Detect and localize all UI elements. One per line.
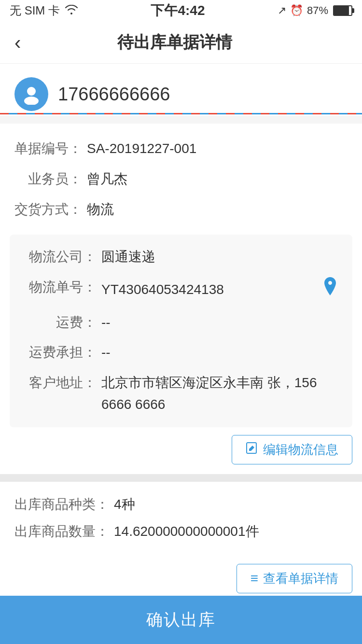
logistics-company-row: 物流公司： 圆通速递 bbox=[24, 246, 338, 268]
freight-bear-label: 运费承担： bbox=[24, 342, 97, 364]
location-icon[interactable] bbox=[322, 277, 338, 303]
document-number-value: SA-20191227-001 bbox=[87, 138, 348, 160]
type-label: 出库商品种类： bbox=[14, 495, 109, 514]
confirm-section: 确认出库 bbox=[0, 596, 362, 644]
quantity-label: 出库商品数量： bbox=[14, 522, 109, 541]
detail-icon: ≡ bbox=[251, 571, 258, 586]
document-number-row: 单据编号： SA-20191227-001 bbox=[14, 138, 348, 160]
document-info: 单据编号： SA-20191227-001 业务员： 曾凡杰 交货方式： 物流 bbox=[0, 124, 362, 235]
freight-label: 运费： bbox=[24, 312, 97, 334]
freight-bear-row: 运费承担： -- bbox=[24, 342, 338, 364]
nav-bar: ‹ 待出库单据详情 bbox=[0, 21, 362, 64]
edit-icon bbox=[246, 442, 258, 458]
delivery-row: 交货方式： 物流 bbox=[14, 199, 348, 221]
logistics-company-value: 圆通速递 bbox=[101, 246, 338, 268]
user-section: 17666666666 bbox=[0, 64, 362, 111]
confirm-button[interactable]: 确认出库 bbox=[0, 596, 362, 644]
section-separator bbox=[0, 474, 362, 482]
svg-point-1 bbox=[24, 97, 39, 105]
agent-label: 业务员： bbox=[14, 168, 82, 190]
status-left: 无 SIM 卡 bbox=[10, 3, 78, 18]
quantity-row: 出库商品数量： 14.620000000000001件 bbox=[14, 522, 348, 541]
delivery-value: 物流 bbox=[87, 199, 348, 221]
wifi-icon bbox=[65, 4, 78, 17]
logistics-company-label: 物流公司： bbox=[24, 246, 97, 268]
status-bar: 无 SIM 卡 下午4:42 ↗ ⏰ 87% bbox=[0, 0, 362, 21]
address-row: 客户地址： 北京市市辖区海淀区永丰南 张，156 6666 6666 bbox=[24, 372, 338, 416]
page-title: 待出库单据详情 bbox=[30, 31, 319, 54]
carrier-text: 无 SIM 卡 bbox=[10, 3, 60, 18]
svg-point-0 bbox=[27, 87, 36, 96]
edit-logistics-label: 编辑物流信息 bbox=[263, 441, 338, 458]
type-value: 4种 bbox=[114, 495, 135, 514]
status-right: ↗ ⏰ 87% bbox=[278, 4, 352, 17]
logistics-tracking-label: 物流单号： bbox=[24, 277, 97, 298]
edit-logistics-section: 编辑物流信息 bbox=[0, 435, 362, 474]
agent-value: 曾凡杰 bbox=[87, 168, 348, 190]
status-time: 下午4:42 bbox=[151, 1, 205, 20]
address-value: 北京市市辖区海淀区永丰南 张，156 6666 6666 bbox=[101, 372, 338, 416]
avatar bbox=[14, 77, 48, 111]
battery-text: 87% bbox=[307, 4, 328, 17]
logistics-card: 物流公司： 圆通速递 物流单号： YT43064053424138 运费： -- bbox=[10, 235, 352, 427]
delivery-label: 交货方式： bbox=[14, 199, 82, 221]
quantity-value: 14.620000000000001件 bbox=[114, 522, 259, 541]
freight-bear-value: -- bbox=[101, 342, 338, 364]
back-button[interactable]: ‹ bbox=[14, 33, 21, 52]
view-detail-label: 查看单据详情 bbox=[263, 570, 338, 587]
logistics-tracking-value: YT43064053424138 bbox=[101, 279, 315, 301]
freight-row: 运费： -- bbox=[24, 312, 338, 334]
user-phone: 17666666666 bbox=[58, 84, 170, 105]
agent-row: 业务员： 曾凡杰 bbox=[14, 168, 348, 190]
edit-logistics-button[interactable]: 编辑物流信息 bbox=[232, 435, 352, 464]
battery-icon bbox=[333, 5, 352, 16]
gps-icon: ↗ bbox=[278, 4, 286, 17]
view-detail-button[interactable]: ≡ 查看单据详情 bbox=[237, 564, 352, 593]
logistics-tracking-row: 物流单号： YT43064053424138 bbox=[24, 277, 338, 303]
freight-value: -- bbox=[101, 312, 338, 334]
address-label: 客户地址： bbox=[24, 372, 97, 394]
type-row: 出库商品种类： 4种 bbox=[14, 495, 348, 514]
dashed-divider bbox=[0, 111, 362, 116]
document-number-label: 单据编号： bbox=[14, 138, 82, 160]
alarm-icon: ⏰ bbox=[290, 4, 303, 17]
stats-section: 出库商品种类： 4种 出库商品数量： 14.620000000000001件 bbox=[0, 482, 362, 554]
